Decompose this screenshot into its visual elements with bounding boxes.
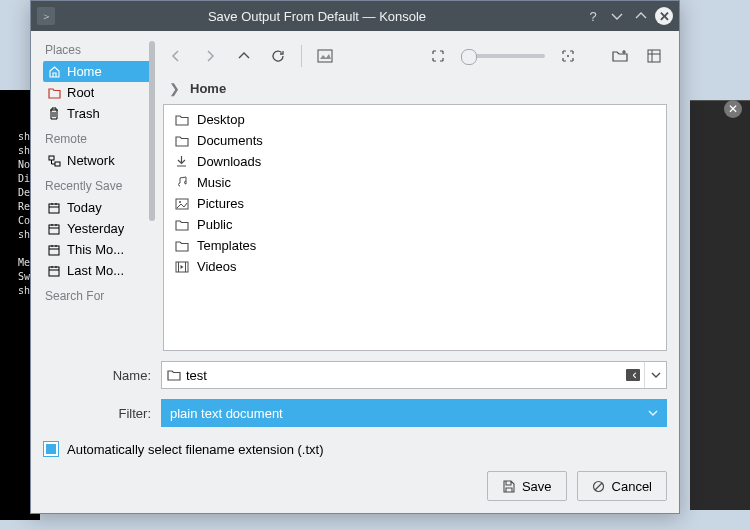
zoom-in-icon[interactable]: [557, 45, 579, 67]
background-close-icon: ✕: [724, 100, 742, 118]
folder-icon: [174, 238, 189, 253]
clear-button[interactable]: ✕: [622, 362, 644, 388]
titlebar: ＞ Save Output From Default — Konsole ? ✕: [31, 1, 679, 31]
svg-rect-6: [49, 225, 59, 234]
minimize-button[interactable]: [607, 6, 627, 26]
new-folder-button[interactable]: [609, 45, 631, 67]
network-icon: [47, 154, 61, 168]
folder-icon: [174, 217, 189, 232]
preview-icon[interactable]: [314, 45, 336, 67]
file-item[interactable]: Public: [164, 214, 666, 235]
save-button[interactable]: Save: [487, 471, 567, 501]
filter-value: plain text document: [170, 406, 648, 421]
filename-input[interactable]: [186, 362, 622, 388]
sidebar-item-network[interactable]: Network: [43, 150, 155, 171]
forward-button[interactable]: [199, 45, 221, 67]
download-icon: [174, 154, 189, 169]
svg-rect-18: [318, 50, 332, 62]
sidebar-item-home[interactable]: Home: [43, 61, 155, 82]
svg-rect-10: [49, 246, 59, 255]
calendar-icon: [47, 222, 61, 236]
name-row: Name: ✕: [43, 361, 667, 389]
file-list[interactable]: DesktopDocumentsDownloadsMusicPicturesPu…: [163, 104, 667, 351]
sidebar-item-label: Network: [67, 153, 115, 168]
sidebar-item-label: Yesterday: [67, 221, 124, 236]
file-item[interactable]: Music: [164, 172, 666, 193]
close-button[interactable]: ✕: [655, 7, 673, 25]
back-button[interactable]: [165, 45, 187, 67]
file-item[interactable]: Pictures: [164, 193, 666, 214]
file-item-label: Documents: [197, 133, 263, 148]
cancel-button[interactable]: Cancel: [577, 471, 667, 501]
view-options-button[interactable]: [643, 45, 665, 67]
file-item-label: Music: [197, 175, 231, 190]
toolbar: [163, 41, 667, 71]
name-label: Name:: [43, 368, 151, 383]
sidebar-item-label: Home: [67, 64, 102, 79]
save-button-label: Save: [522, 479, 552, 494]
places-sidebar: PlacesHomeRootTrashRemoteNetworkRecently…: [43, 41, 155, 351]
svg-line-29: [595, 483, 602, 490]
svg-rect-1: [55, 162, 60, 166]
folder-icon: [174, 112, 189, 127]
video-icon: [174, 259, 189, 274]
filter-label: Filter:: [43, 406, 151, 421]
up-button[interactable]: [233, 45, 255, 67]
sidebar-item-this-mo-[interactable]: This Mo...: [43, 239, 155, 260]
sidebar-scrollbar[interactable]: [149, 41, 155, 221]
button-bar: Save Cancel: [43, 471, 667, 501]
name-input-wrap: ✕: [161, 361, 667, 389]
zoom-out-icon[interactable]: [427, 45, 449, 67]
help-button[interactable]: ?: [583, 6, 603, 26]
file-item[interactable]: Videos: [164, 256, 666, 277]
toolbar-separator: [301, 45, 302, 67]
svg-point-24: [179, 201, 181, 203]
folder-icon: [174, 133, 189, 148]
sidebar-item-yesterday[interactable]: Yesterday: [43, 218, 155, 239]
maximize-button[interactable]: [631, 6, 651, 26]
svg-rect-0: [49, 156, 54, 160]
svg-rect-2: [49, 204, 59, 213]
music-icon: [174, 175, 189, 190]
sidebar-item-root[interactable]: Root: [43, 82, 155, 103]
sidebar-item-today[interactable]: Today: [43, 197, 155, 218]
file-item[interactable]: Templates: [164, 235, 666, 256]
cancel-button-label: Cancel: [612, 479, 652, 494]
file-item[interactable]: Downloads: [164, 151, 666, 172]
file-item[interactable]: Documents: [164, 130, 666, 151]
pictures-icon: [174, 196, 189, 211]
file-item[interactable]: Desktop: [164, 109, 666, 130]
breadcrumb-current[interactable]: Home: [190, 81, 226, 96]
folder-icon: [162, 369, 186, 381]
checkbox-icon[interactable]: [43, 441, 59, 457]
filter-select[interactable]: plain text document: [161, 399, 667, 427]
breadcrumb[interactable]: ❯ Home: [163, 77, 667, 104]
sidebar-item-label: Root: [67, 85, 94, 100]
folder-red-icon: [47, 86, 61, 100]
sidebar-item-label: Trash: [67, 106, 100, 121]
sidebar-item-last-mo-[interactable]: Last Mo...: [43, 260, 155, 281]
chevron-down-icon: [648, 408, 658, 418]
chevron-right-icon: ❯: [169, 81, 180, 96]
file-item-label: Desktop: [197, 112, 245, 127]
app-icon: ＞: [37, 7, 55, 25]
auto-extension-checkbox-row[interactable]: Automatically select filename extension …: [43, 441, 667, 457]
background-window: [690, 100, 750, 510]
reload-button[interactable]: [267, 45, 289, 67]
save-dialog: ＞ Save Output From Default — Konsole ? ✕…: [30, 0, 680, 514]
sidebar-heading: Remote: [43, 130, 155, 150]
zoom-slider[interactable]: [461, 54, 545, 58]
dialog-body: PlacesHomeRootTrashRemoteNetworkRecently…: [31, 31, 679, 513]
sidebar-item-label: This Mo...: [67, 242, 124, 257]
file-item-label: Public: [197, 217, 232, 232]
sidebar-heading: Recently Save: [43, 177, 155, 197]
cancel-icon: [592, 479, 606, 493]
background-terminal-text: sh sh No Di De Re Co sh Me Sw sh: [18, 130, 30, 298]
sidebar-item-trash[interactable]: Trash: [43, 103, 155, 124]
trash-icon: [47, 107, 61, 121]
home-icon: [47, 65, 61, 79]
sidebar-item-label: Today: [67, 200, 102, 215]
name-dropdown-icon[interactable]: [644, 362, 666, 388]
file-item-label: Templates: [197, 238, 256, 253]
file-item-label: Pictures: [197, 196, 244, 211]
